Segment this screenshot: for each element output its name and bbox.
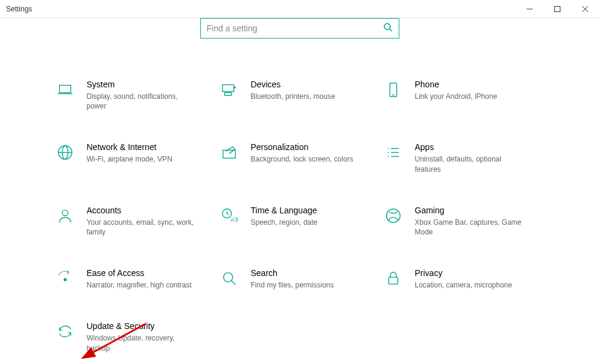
minimize-button[interactable] [516, 0, 544, 18]
category-title: Time & Language [251, 206, 318, 215]
category-apps[interactable]: Apps Uninstall, defaults, optional featu… [384, 142, 540, 174]
category-title: Search [251, 268, 334, 278]
time-language-icon: A字 [220, 207, 239, 226]
globe-icon [55, 143, 75, 163]
category-desc: Find my files, permissions [251, 280, 334, 290]
titlebar: Settings [0, 0, 599, 18]
devices-icon [220, 81, 239, 100]
window-controls [516, 0, 599, 18]
category-privacy[interactable]: Privacy Location, camera, microphone [384, 268, 540, 290]
maximize-button[interactable] [544, 0, 571, 18]
window-title: Settings [6, 5, 32, 13]
search-region [0, 18, 599, 39]
category-time[interactable]: A字 Time & Language Speech, region, date [220, 206, 376, 237]
category-title: System [87, 80, 195, 89]
category-title: Network & Internet [87, 142, 173, 152]
category-desc: Speech, region, date [251, 218, 318, 227]
category-title: Personalization [251, 142, 353, 152]
svg-rect-16 [223, 151, 235, 158]
category-desc: Uninstall, defaults, optional features [415, 154, 524, 174]
category-title: Devices [251, 80, 335, 89]
category-grid: System Display, sound, notifications, po… [55, 80, 544, 353]
close-button[interactable] [571, 0, 599, 18]
category-gaming[interactable]: Gaming Xbox Game Bar, captures, Game Mod… [384, 206, 540, 237]
category-desc: Narrator, magnifier, high contrast [87, 280, 192, 290]
category-desc: Display, sound, notifications, power [87, 92, 195, 111]
category-personalization[interactable]: Personalization Background, lock screen,… [220, 142, 376, 174]
magnifier-icon [220, 269, 239, 289]
category-title: Gaming [415, 206, 524, 215]
category-desc: Windows Update, recovery, backup [87, 333, 195, 353]
svg-rect-1 [555, 6, 560, 11]
svg-point-23 [62, 210, 68, 215]
list-icon [384, 143, 403, 163]
svg-rect-30 [388, 277, 398, 284]
svg-point-26 [386, 209, 400, 223]
category-desc: Xbox Game Bar, captures, Game Mode [415, 218, 524, 237]
ease-icon [55, 269, 75, 289]
paint-icon [220, 143, 239, 163]
svg-rect-9 [224, 93, 231, 96]
svg-point-10 [234, 87, 235, 88]
category-system[interactable]: System Display, sound, notifications, po… [55, 80, 212, 111]
svg-text:A字: A字 [230, 217, 238, 223]
svg-rect-8 [222, 85, 233, 92]
category-accounts[interactable]: Accounts Your accounts, email, sync, wor… [55, 206, 212, 237]
svg-point-28 [223, 273, 232, 282]
category-desc: Wi-Fi, airplane mode, VPN [87, 154, 173, 164]
category-title: Accounts [87, 206, 195, 215]
svg-rect-6 [59, 86, 71, 93]
category-search[interactable]: Search Find my files, permissions [220, 268, 376, 290]
svg-point-27 [64, 278, 66, 281]
search-box[interactable] [200, 18, 399, 39]
sync-icon [55, 322, 75, 342]
category-update-security[interactable]: Update & Security Windows Update, recove… [55, 321, 212, 353]
category-title: Update & Security [87, 321, 195, 331]
svg-point-4 [384, 24, 390, 30]
category-phone[interactable]: Phone Link your Android, iPhone [384, 80, 540, 111]
category-desc: Background, lock screen, colors [251, 154, 353, 164]
category-title: Apps [415, 142, 524, 152]
category-desc: Link your Android, iPhone [415, 92, 498, 101]
svg-line-5 [390, 29, 392, 31]
category-desc: Bluetooth, printers, mouse [251, 92, 335, 101]
phone-icon [384, 81, 403, 100]
category-devices[interactable]: Devices Bluetooth, printers, mouse [220, 80, 376, 111]
laptop-icon [55, 81, 75, 100]
svg-line-29 [231, 281, 235, 285]
category-network[interactable]: Network & Internet Wi-Fi, airplane mode,… [55, 142, 212, 174]
category-desc: Location, camera, microphone [415, 280, 512, 290]
search-icon [383, 22, 393, 34]
person-icon [55, 207, 75, 226]
category-title: Privacy [415, 268, 512, 278]
lock-icon [384, 269, 403, 289]
category-desc: Your accounts, email, sync, work, family [87, 218, 195, 237]
category-title: Phone [415, 80, 498, 89]
category-ease-of-access[interactable]: Ease of Access Narrator, magnifier, high… [55, 268, 212, 290]
category-title: Ease of Access [87, 268, 192, 278]
search-input[interactable] [207, 24, 383, 33]
xbox-icon [384, 207, 403, 226]
